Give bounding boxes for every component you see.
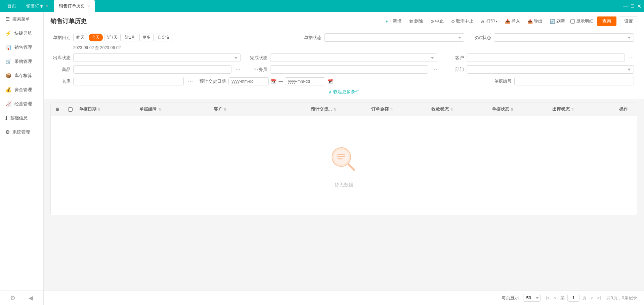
th-checkbox[interactable] xyxy=(64,104,76,115)
th-number[interactable]: 单据编号 ⇅ xyxy=(137,103,211,116)
sales-rep-input[interactable] xyxy=(270,65,428,74)
calendar-to-icon[interactable]: 📅 xyxy=(327,79,333,84)
department-select[interactable] xyxy=(467,65,634,74)
th-status[interactable]: 单据状态 ⇅ xyxy=(489,103,550,116)
finance-icon: 💰 xyxy=(5,87,12,93)
product-dots[interactable]: ··· xyxy=(235,66,241,73)
collapse-button[interactable]: ∧ 收起更多条件 xyxy=(50,89,637,95)
select-all-checkbox[interactable] xyxy=(68,107,73,112)
prev-page-button[interactable]: < xyxy=(552,295,558,301)
operations-icon: 📈 xyxy=(5,101,12,107)
delivery-date-group: 📅 — 📅 xyxy=(228,77,485,85)
last-page-button[interactable]: >| xyxy=(596,295,602,301)
next-page-button[interactable]: > xyxy=(589,295,595,301)
cancel-stop-button[interactable]: ⊙ 取消中止 xyxy=(449,17,475,26)
import-icon: 📥 xyxy=(505,19,510,24)
th-date[interactable]: 单据日期 ⇅ xyxy=(76,103,137,116)
tab-sales-order-close[interactable]: ✕ xyxy=(46,4,49,8)
page-suffix: 页 xyxy=(581,294,588,302)
page-size-select[interactable]: 50 20 100 xyxy=(523,294,541,302)
svg-line-5 xyxy=(349,164,354,170)
date-btn-1month[interactable]: 近1月 xyxy=(122,34,138,41)
th-action: 操作 xyxy=(610,103,637,116)
outbound-status-select[interactable] xyxy=(73,53,241,62)
settings-button[interactable]: 设置 xyxy=(620,16,637,26)
sidebar-item-quick-nav-label: 快捷导航 xyxy=(14,30,32,36)
warehouse-input[interactable] xyxy=(73,77,184,85)
delivery-date-from[interactable] xyxy=(228,77,269,85)
delete-icon: 🗑 xyxy=(409,19,413,24)
customer-label: 客户 xyxy=(444,55,464,61)
sort-date-icon: ⇅ xyxy=(98,108,100,111)
warehouse-dots[interactable]: ··· xyxy=(188,78,193,85)
sidebar-item-finance[interactable]: 💰 资金管理 xyxy=(0,83,43,97)
stop-button[interactable]: ⊘ 中止 xyxy=(428,17,446,26)
date-btn-more[interactable]: 更多 xyxy=(139,34,154,41)
svg-rect-3 xyxy=(337,156,345,157)
minimize-button[interactable]: — xyxy=(623,3,628,9)
payment-status-select[interactable] xyxy=(494,33,634,42)
page-number-input[interactable] xyxy=(567,294,579,302)
th-amount[interactable]: 订单金额 ⇅ xyxy=(369,103,429,116)
date-btn-yesterday[interactable]: 昨天 xyxy=(73,34,87,41)
sidebar-item-operations[interactable]: 📈 经营管理 xyxy=(0,97,43,111)
sidebar-item-system[interactable]: ⚙ 系统管理 xyxy=(0,125,43,139)
date-range-text: 2023-06-02 至 2023-06-02 xyxy=(73,45,121,50)
tab-sales-order-history-close[interactable]: ✕ xyxy=(87,4,90,8)
maximize-button[interactable]: □ xyxy=(631,3,634,9)
refresh-button[interactable]: 🔄 刷新 xyxy=(548,17,567,26)
completion-status-select[interactable] xyxy=(270,53,437,62)
th-settings[interactable]: ⚙ xyxy=(51,104,64,115)
date-btn-7days[interactable]: 近7天 xyxy=(104,34,121,41)
quick-nav-icon: ⚡ xyxy=(5,30,12,36)
sort-outbound-icon: ⇅ xyxy=(571,108,574,111)
date-btn-custom[interactable]: 自定义 xyxy=(155,34,173,41)
new-button[interactable]: + + 新增 xyxy=(383,17,403,26)
voucher-number-input[interactable] xyxy=(514,77,634,85)
sales-rep-dots[interactable]: ··· xyxy=(432,66,437,73)
page-navigation: |< < 第 页 > >| xyxy=(545,294,602,302)
th-payment[interactable]: 收款状态 ⇅ xyxy=(429,103,489,116)
purchase-icon: 🛒 xyxy=(5,59,12,65)
first-page-button[interactable]: |< xyxy=(545,295,551,301)
sidebar-item-quick-nav[interactable]: ⚡ 快捷导航 xyxy=(0,26,43,40)
chevron-up-icon: ∧ xyxy=(329,89,332,94)
print-chevron-icon: ▾ xyxy=(496,20,498,23)
customer-dots[interactable]: ··· xyxy=(629,54,634,61)
voucher-number-label: 单据编号 xyxy=(491,78,512,84)
customer-input[interactable] xyxy=(467,53,625,62)
svg-rect-4 xyxy=(337,158,343,159)
delete-button[interactable]: 🗑 删除 xyxy=(407,17,425,26)
voucher-status-select[interactable] xyxy=(324,33,464,42)
date-btn-today[interactable]: 今天 xyxy=(89,34,103,41)
display-detail-toggle[interactable]: 显示明细 xyxy=(570,18,594,24)
tab-sales-order[interactable]: 销售订单 ✕ xyxy=(22,0,53,12)
sidebar-collapse-icon[interactable]: ◀ xyxy=(29,294,33,302)
export-button[interactable]: 📤 导出 xyxy=(525,17,545,26)
sidebar-item-inventory[interactable]: 📦 库存核算 xyxy=(0,69,43,83)
tab-home[interactable]: 首页 xyxy=(3,0,21,12)
th-outbound[interactable]: 出库状态 ⇅ xyxy=(550,103,610,116)
sidebar-item-basic[interactable]: ℹ 基础信息 xyxy=(0,111,43,125)
display-detail-checkbox[interactable] xyxy=(570,19,575,24)
close-window-button[interactable]: ✕ xyxy=(637,3,641,9)
sidebar-item-sales[interactable]: 📊 销售管理 xyxy=(0,40,43,54)
tab-sales-order-history[interactable]: 销售订单历史 ✕ xyxy=(54,0,95,12)
delete-label: 删除 xyxy=(414,18,423,24)
settings-icon[interactable]: ⚙ xyxy=(55,107,59,112)
sidebar-item-purchase[interactable]: 🛒 采购管理 xyxy=(0,54,43,69)
sales-rep-col: 业务员 ··· xyxy=(244,65,441,74)
empty-icon xyxy=(327,143,361,177)
sidebar-item-search-menu[interactable]: ☰ 搜索菜单 xyxy=(0,12,43,26)
product-input[interactable] xyxy=(73,65,231,74)
delivery-date-to[interactable] xyxy=(285,77,325,85)
print-button[interactable]: 🖨 打印 ▾ xyxy=(479,17,500,26)
import-button[interactable]: 📥 导入 xyxy=(503,17,522,26)
th-payment-label: 收款状态 xyxy=(431,106,449,112)
th-delivery[interactable]: 预计交货... ⇅ xyxy=(308,103,369,116)
query-button[interactable]: 查询 xyxy=(597,16,616,26)
calendar-from-icon[interactable]: 📅 xyxy=(271,79,276,84)
th-customer[interactable]: 客户 ⇅ xyxy=(211,103,308,116)
stop-icon: ⊘ xyxy=(430,19,434,24)
sidebar-settings-icon[interactable]: ⚙ xyxy=(10,294,15,302)
